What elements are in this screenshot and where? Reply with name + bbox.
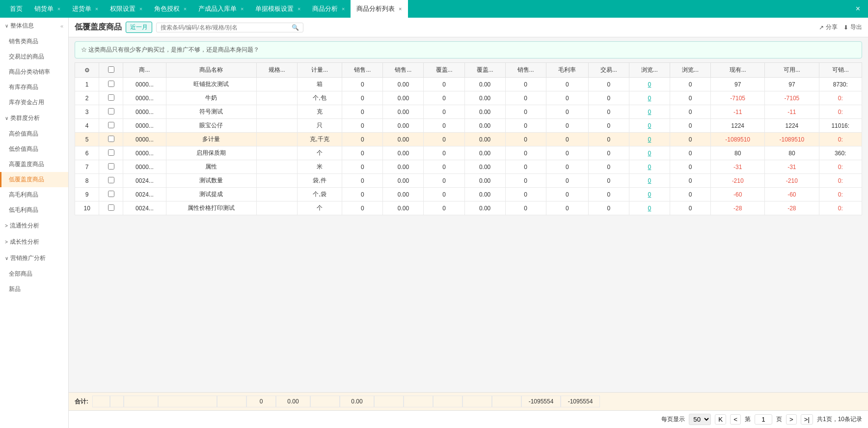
next-page-button[interactable]: > [786, 414, 797, 425]
per-page-select[interactable]: 50 [689, 414, 711, 425]
search-input[interactable] [161, 24, 292, 31]
time-filter-button[interactable]: 近一月 [126, 22, 152, 33]
col-cover2[interactable]: 覆盖... [464, 63, 505, 78]
browse-link[interactable]: 0 [648, 122, 651, 129]
search-box: 🔍 [156, 23, 303, 32]
col-sales3[interactable]: 销售... [505, 63, 546, 78]
col-browse2[interactable]: 浏览... [670, 63, 710, 78]
sidebar-section-category[interactable]: ∨ 类群度分析 [0, 110, 68, 126]
table-cell: 0 [342, 105, 383, 119]
sidebar-item-instock-goods[interactable]: 有库存商品 [0, 80, 68, 95]
col-sellable[interactable]: 可销... [819, 63, 862, 78]
nav-product-analysis[interactable]: 商品分析 × [306, 0, 351, 18]
col-name[interactable]: 商品名称 [166, 63, 256, 78]
close-icon[interactable]: × [57, 6, 60, 12]
browse-link[interactable]: 0 [648, 109, 651, 115]
close-icon[interactable]: × [241, 6, 244, 12]
sidebar-item-inventory-capital[interactable]: 库存资金占用 [0, 95, 68, 110]
table-cell: 0.00 [464, 105, 505, 119]
close-icon[interactable]: × [342, 6, 345, 12]
table-cell: 0 [629, 133, 670, 146]
sidebar-item-new-goods[interactable]: 新品 [0, 282, 68, 297]
sidebar-item-low-profit[interactable]: 低毛利商品 [0, 202, 68, 218]
browse-link[interactable]: 0 [648, 164, 651, 171]
nav-product-inbound[interactable]: 产成品入库单 × [192, 0, 249, 18]
share-button[interactable]: ↗ 分享 [819, 23, 838, 31]
col-checkbox[interactable] [99, 63, 123, 78]
table-cell: 80 [765, 146, 819, 160]
sidebar-section-overall[interactable]: ∨ 整体信息 « [0, 18, 68, 34]
row-checkbox[interactable] [108, 108, 114, 114]
nav-template-settings[interactable]: 单据模板设置 × [249, 0, 306, 18]
nav-home[interactable]: 首页 [4, 0, 28, 18]
row-checkbox[interactable] [108, 122, 114, 128]
collapse-sidebar-icon[interactable]: « [60, 23, 63, 29]
sidebar-item-category-rate[interactable]: 商品分类动销率 [0, 64, 68, 80]
col-cover1[interactable]: 覆盖... [424, 63, 464, 78]
sidebar-item-low-value[interactable]: 低价值商品 [0, 142, 68, 157]
row-checkbox[interactable] [108, 191, 114, 197]
sidebar-section-growth[interactable]: > 成长性分析 [0, 234, 68, 250]
row-checkbox[interactable] [108, 163, 114, 170]
browse-link[interactable]: 0 [648, 150, 651, 157]
window-close-button[interactable]: × [852, 4, 864, 13]
close-icon[interactable]: × [95, 6, 98, 12]
col-browse1[interactable]: 浏览... [629, 63, 670, 78]
data-table-wrapper[interactable]: ⚙ 商... 商品名称 规格... 计量... 销售... 销售... 覆盖..… [75, 62, 862, 392]
col-sales2[interactable]: 销售... [383, 63, 424, 78]
sidebar-item-high-value[interactable]: 高价值商品 [0, 126, 68, 142]
row-checkbox[interactable] [108, 94, 114, 101]
table-cell [99, 174, 123, 188]
sidebar-section-marketing[interactable]: ∨ 营销推广分析 [0, 250, 68, 266]
select-all-checkbox[interactable] [108, 66, 114, 73]
browse-link[interactable]: 0 [648, 205, 651, 212]
col-code[interactable]: 商... [123, 63, 166, 78]
sidebar-item-high-profit[interactable]: 高毛利商品 [0, 187, 68, 202]
col-unit[interactable]: 计量... [297, 63, 342, 78]
sidebar-item-traded-goods[interactable]: 交易过的商品 [0, 49, 68, 64]
table-row: 80024...测试数量袋,件00.0000.0000000-210-2100: [75, 174, 862, 188]
col-trade[interactable]: 交易... [588, 63, 629, 78]
col-gross[interactable]: 毛利率 [546, 63, 588, 78]
nav-sales-order[interactable]: 销货单 × [28, 0, 66, 18]
col-current[interactable]: 现有... [711, 63, 765, 78]
browse-link[interactable]: 0 [648, 81, 651, 88]
row-checkbox[interactable] [108, 177, 114, 183]
prev-page-button[interactable]: < [730, 414, 741, 425]
row-checkbox[interactable] [108, 136, 114, 142]
col-sales1[interactable]: 销售... [342, 63, 383, 78]
row-checkbox[interactable] [108, 204, 114, 211]
close-icon[interactable]: × [139, 6, 142, 12]
sidebar-item-low-coverage[interactable]: 低覆盖度商品 [0, 172, 68, 187]
sidebar-item-all-goods[interactable]: 全部商品 [0, 266, 68, 282]
col-spec[interactable]: 规格... [256, 63, 297, 78]
nav-role-auth[interactable]: 角色授权 × [148, 0, 192, 18]
table-cell: -7105 [765, 91, 819, 105]
row-checkbox[interactable] [108, 149, 114, 156]
sidebar-item-sales-goods[interactable]: 销售类商品 [0, 34, 68, 49]
table-cell [99, 201, 123, 215]
table-cell: 0 [424, 201, 464, 215]
nav-permission-settings[interactable]: 权限设置 × [104, 0, 148, 18]
nav-product-analysis-list[interactable]: 商品分析列表 × [351, 0, 407, 18]
close-icon[interactable]: × [298, 6, 300, 12]
close-icon[interactable]: × [184, 6, 187, 12]
sidebar-item-high-coverage[interactable]: 高覆盖度商品 [0, 157, 68, 172]
browse-link[interactable]: 0 [648, 191, 651, 198]
browse-link[interactable]: 0 [648, 177, 651, 184]
page-number-input[interactable] [755, 414, 772, 425]
search-icon[interactable]: 🔍 [292, 24, 299, 31]
row-checkbox[interactable] [108, 81, 114, 87]
browse-link[interactable]: 0 [648, 136, 651, 143]
col-settings[interactable]: ⚙ [75, 63, 99, 78]
browse-link[interactable]: 0 [648, 95, 651, 102]
sidebar-section-liquidity[interactable]: > 流通性分析 [0, 218, 68, 234]
close-icon[interactable]: × [399, 6, 402, 12]
export-button[interactable]: ⬇ 导出 [843, 23, 862, 31]
first-page-button[interactable]: K [715, 414, 726, 425]
nav-purchase-order[interactable]: 进货单 × [66, 0, 104, 18]
table-cell: 0.00 [383, 105, 424, 119]
last-page-button[interactable]: >| [801, 414, 813, 425]
col-available[interactable]: 可用... [765, 63, 819, 78]
table-cell: 0 [588, 91, 629, 105]
